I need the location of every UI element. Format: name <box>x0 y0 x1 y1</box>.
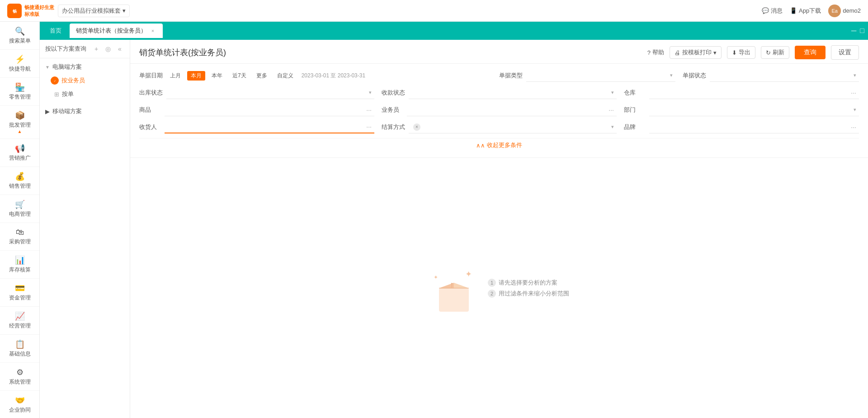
consignee-control[interactable]: ··· <box>165 121 374 133</box>
product-control[interactable]: ··· <box>165 104 374 116</box>
sidebar-item-quicknav[interactable]: ⚡ 快捷导航 <box>0 50 39 78</box>
help-icon: ? <box>647 49 651 56</box>
scheme-panel: 按以下方案查询 + ◎ « ▼ 电脑端方案 <box>40 40 130 418</box>
empty-num-2: 2 <box>488 290 496 298</box>
sidebar-item-operations[interactable]: 📈 经营管理 <box>0 307 39 335</box>
scheme-group-desktop: ▼ 电脑端方案 ✓ 按业务员 ⊞ 按单 <box>40 58 130 103</box>
date-custom-btn[interactable]: 自定义 <box>274 71 297 81</box>
user-action[interactable]: Ea demo2 <box>828 5 861 17</box>
sidebar-item-basic[interactable]: 📋 基础信息 <box>0 335 39 363</box>
filter-item-settlement: 结算方式 × ▾ <box>382 121 617 133</box>
logo-text: 畅捷通好生意 标准版 <box>24 4 54 17</box>
empty-num-1: 1 <box>488 279 496 287</box>
filter-row-2: 出库状态 ▾ 收款状态 ▾ <box>139 86 859 99</box>
brand-dots-icon[interactable]: ··· <box>851 124 856 131</box>
empty-state: ✦ ✦ ↑ 1 请先选择要分析的方案 <box>130 158 868 418</box>
print-button[interactable]: 🖨 按模板打印 ▾ <box>670 46 722 59</box>
scheme-collapse-icon[interactable]: « <box>115 44 124 53</box>
product-label: 商品 <box>139 106 161 114</box>
sidebar-item-ecommerce[interactable]: 🛒 电商管理 <box>0 195 39 223</box>
sidebar-item-retail[interactable]: 🏪 零售管理 <box>0 78 39 106</box>
sidebar-item-marketing[interactable]: 📢 营销推广 <box>0 139 39 167</box>
message-icon: 💬 <box>762 7 769 14</box>
sidebar-item-system[interactable]: ⚙ 系统管理 <box>0 363 39 391</box>
shipment-select[interactable]: ▾ <box>166 86 374 99</box>
tab-close-icon[interactable]: × <box>149 27 156 34</box>
app-selector[interactable]: 办公用品行业模拟账套 ▾ <box>58 5 130 17</box>
doc-type-select[interactable]: ▾ <box>526 69 675 82</box>
settings-button[interactable]: 设置 <box>831 45 859 60</box>
sidebar-item-wholesale[interactable]: 📦 批发管理 ▲ <box>0 106 39 139</box>
scheme-add-icon[interactable]: + <box>92 44 101 53</box>
warehouse-dots-icon[interactable]: ··· <box>851 89 856 96</box>
salesperson-dots-icon[interactable]: ··· <box>609 106 614 114</box>
doc-type-arrow-icon: ▾ <box>670 72 673 78</box>
date-last-month-btn[interactable]: 上月 <box>166 71 184 81</box>
tab-home[interactable]: 首页 <box>43 24 68 38</box>
payment-select[interactable]: ▾ <box>409 86 617 99</box>
tab-minimize-icon[interactable]: ─ <box>851 27 856 35</box>
scheme-sub-item-order[interactable]: ⊞ 按单 <box>40 87 130 101</box>
scheme-group-desktop-header[interactable]: ▼ 电脑端方案 <box>40 60 130 74</box>
sidebar-item-inventory[interactable]: 📊 库存核算 <box>0 251 39 279</box>
filter-item-salesperson: 业务员 ··· <box>382 104 617 116</box>
date-this-month-btn[interactable]: 本月 <box>187 71 205 81</box>
print-icon: 🖨 <box>675 49 680 56</box>
mobile-group-arrow-icon: ▶ <box>45 108 50 115</box>
shipment-label: 出库状态 <box>139 89 163 97</box>
filter-row-4: 收货人 ··· 结算方式 × ▾ <box>139 121 859 133</box>
settlement-label: 结算方式 <box>382 123 405 131</box>
download-icon: 📱 <box>790 7 797 14</box>
system-icon: ⚙ <box>16 367 24 377</box>
page-content: 按以下方案查询 + ◎ « ▼ 电脑端方案 <box>40 40 868 418</box>
sidebar-item-enterprise[interactable]: 🤝 企业协同 <box>0 391 39 418</box>
settlement-clear-icon[interactable]: × <box>413 124 420 131</box>
message-action[interactable]: 💬 消息 <box>762 7 783 15</box>
scheme-edit-icon[interactable]: ◎ <box>104 44 113 53</box>
basic-icon: 📋 <box>15 339 25 349</box>
product-dots-icon[interactable]: ··· <box>366 106 372 114</box>
shipment-arrow-icon: ▾ <box>369 90 372 95</box>
warehouse-control[interactable]: ··· <box>649 86 859 99</box>
page-title-actions: ? 帮助 🖨 按模板打印 ▾ ⬇ 导出 <box>647 45 859 60</box>
dept-select[interactable]: ▾ <box>649 104 859 116</box>
sidebar-item-finance[interactable]: 💳 资金管理 <box>0 279 39 307</box>
doc-status-label: 单据状态 <box>683 71 706 80</box>
date-more-btn[interactable]: 更多 <box>253 71 271 81</box>
ecommerce-icon: 🛒 <box>15 200 25 209</box>
tab-maximize-icon[interactable]: □ <box>860 27 864 35</box>
filter-item-warehouse: 仓库 ··· <box>624 86 859 99</box>
export-button[interactable]: ⬇ 导出 <box>727 46 755 59</box>
consignee-label: 收货人 <box>139 123 161 131</box>
inventory-icon: 📊 <box>15 255 25 265</box>
svg-text:✦: ✦ <box>465 270 472 279</box>
doc-status-select[interactable]: ▾ <box>710 69 859 82</box>
refresh-button[interactable]: ↻ 刷新 <box>761 46 789 59</box>
brand-control[interactable]: ··· <box>649 121 859 133</box>
sidebar-item-purchase[interactable]: 🛍 采购管理 <box>0 223 39 251</box>
retail-icon: 🏪 <box>15 82 25 92</box>
sidebar-item-sales[interactable]: 💰 销售管理 <box>0 167 39 195</box>
date-last7-btn[interactable]: 近7天 <box>229 71 250 81</box>
scheme-item-salesperson[interactable]: ✓ 按业务员 <box>40 74 130 87</box>
query-button[interactable]: 查询 <box>795 46 826 59</box>
avatar: Ea <box>828 5 841 17</box>
collapse-more-btn[interactable]: ∧∧ 收起更多条件 <box>139 138 859 152</box>
settlement-arrow-icon: ▾ <box>611 124 614 130</box>
collapse-icon: ∧∧ <box>476 142 485 149</box>
consignee-dots-icon[interactable]: ··· <box>366 123 372 130</box>
header-right: 💬 消息 📱 App下载 Ea demo2 <box>762 5 861 17</box>
help-action[interactable]: ? 帮助 <box>647 48 664 57</box>
svg-text:↑: ↑ <box>450 280 454 289</box>
sidebar-item-search[interactable]: 🔍 搜索菜单 <box>0 22 39 50</box>
filter-row-1: 单据日期 上月 本月 本年 近7天 更多 自定义 2023-03-01 至 20… <box>139 69 859 82</box>
dept-arrow-icon: ▾ <box>854 107 856 113</box>
salesperson-control[interactable]: ··· <box>407 104 617 116</box>
tab-active[interactable]: 销货单统计表（按业务员） × <box>70 24 163 38</box>
scheme-group-mobile-header[interactable]: ▶ 移动端方案 <box>40 104 130 118</box>
group-arrow-icon: ▼ <box>45 65 50 70</box>
date-this-year-btn[interactable]: 本年 <box>208 71 226 81</box>
settlement-select[interactable]: × ▾ <box>409 121 617 133</box>
payment-arrow-icon: ▾ <box>611 90 614 95</box>
download-action[interactable]: 📱 App下载 <box>790 7 821 15</box>
